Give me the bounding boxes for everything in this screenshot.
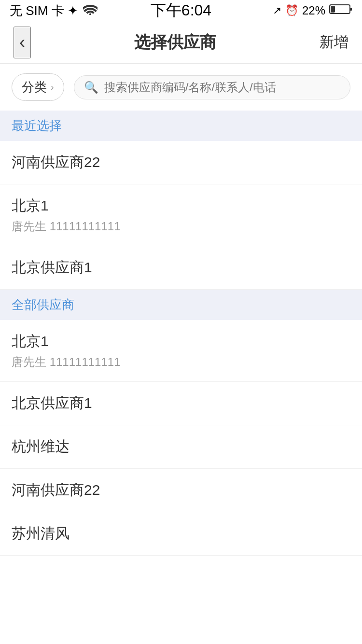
battery-icon <box>329 3 352 18</box>
sim-text: 无 SIM 卡 ✦ <box>10 2 78 19</box>
search-icon: 🔍 <box>84 81 98 94</box>
wifi-icon <box>83 3 97 18</box>
list-item[interactable]: 北京1唐先生 11111111111 <box>0 320 362 382</box>
item-contact: 唐先生 11111111111 <box>12 219 350 234</box>
nav-bar: ‹ 选择供应商 新增 <box>0 21 362 64</box>
item-name: 苏州清风 <box>12 524 350 544</box>
item-name: 杭州维达 <box>12 437 350 457</box>
list-item[interactable]: 苏州清风 <box>0 512 362 556</box>
status-time: 下午6:04 <box>151 0 211 21</box>
item-name: 北京供应商1 <box>12 393 350 413</box>
status-bar: 无 SIM 卡 ✦ 下午6:04 ↗ ⏰ 22% <box>0 0 362 21</box>
search-input[interactable] <box>104 81 340 94</box>
status-left: 无 SIM 卡 ✦ <box>10 2 97 19</box>
add-button[interactable]: 新增 <box>320 32 348 52</box>
category-label: 分类 <box>22 79 47 96</box>
location-icon: ↗ <box>273 4 281 17</box>
list-item[interactable]: 杭州维达 <box>0 425 362 469</box>
supplier-list: 最近选择河南供应商22北京1唐先生 11111111111北京供应商1全部供应商… <box>0 111 362 556</box>
status-right: ↗ ⏰ 22% <box>273 3 352 18</box>
alarm-icon: ⏰ <box>285 4 298 17</box>
chevron-right-icon: › <box>51 82 54 93</box>
filter-bar: 分类 › 🔍 <box>0 64 362 111</box>
svg-rect-2 <box>331 6 335 13</box>
list-item[interactable]: 北京1唐先生 11111111111 <box>0 184 362 246</box>
battery-text: 22% <box>302 4 325 17</box>
item-name: 北京1 <box>12 332 350 351</box>
list-item[interactable]: 河南供应商22 <box>0 469 362 512</box>
item-name: 河南供应商22 <box>12 480 350 500</box>
list-item[interactable]: 河南供应商22 <box>0 141 362 184</box>
item-name: 北京1 <box>12 196 350 216</box>
list-item[interactable]: 北京供应商1 <box>0 246 362 290</box>
back-button[interactable]: ‹ <box>14 27 31 58</box>
section-header-all: 全部供应商 <box>0 290 362 320</box>
page-title: 选择供应商 <box>134 31 216 54</box>
item-name: 北京供应商1 <box>12 258 350 278</box>
list-item[interactable]: 北京供应商1 <box>0 382 362 425</box>
item-name: 河南供应商22 <box>12 153 350 172</box>
category-button[interactable]: 分类 › <box>12 73 64 101</box>
search-box[interactable]: 🔍 <box>74 75 350 99</box>
item-contact: 唐先生 11111111111 <box>12 354 350 370</box>
svg-rect-1 <box>350 8 352 11</box>
section-header-recent: 最近选择 <box>0 111 362 141</box>
